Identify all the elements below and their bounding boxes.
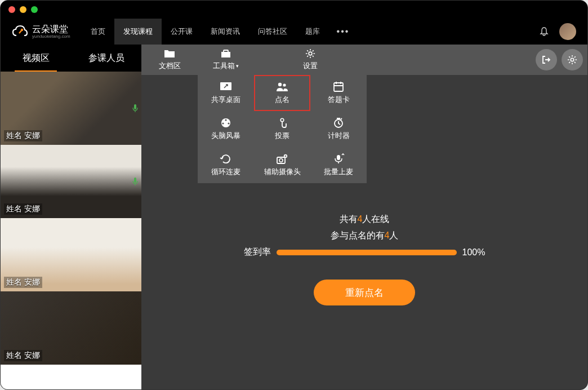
participated-count-text: 参与点名的有4人: [331, 230, 399, 242]
attendance-rate-row: 签到率 100%: [244, 246, 485, 258]
cycle-mic-item[interactable]: 循环连麦: [198, 147, 254, 183]
video-participant[interactable]: 姓名 安娜: [1, 145, 141, 218]
film-reel-icon: [219, 117, 233, 128]
svg-point-34: [280, 118, 284, 122]
content-toolbar: 文档区 工具箱▾ 设置: [141, 45, 587, 75]
svg-line-20: [574, 62, 576, 63]
svg-line-22: [574, 56, 576, 57]
video-participant[interactable]: 姓名 安娜: [1, 291, 141, 365]
svg-point-32: [222, 122, 224, 124]
rate-progress-bar: [277, 250, 457, 255]
logo[interactable]: 云朵课堂 yunduoketang.com: [12, 24, 70, 39]
svg-rect-26: [334, 83, 343, 91]
calendar-icon: [332, 81, 345, 92]
main-content: 文档区 工具箱▾ 设置: [141, 45, 587, 390]
participant-name: 姓名 安娜: [4, 130, 42, 141]
folder-icon: [163, 48, 176, 59]
rate-label: 签到率: [244, 246, 271, 258]
tab-video[interactable]: 视频区: [1, 45, 71, 72]
video-participant[interactable]: 姓名 安娜: [1, 72, 141, 145]
nav-home[interactable]: 首页: [82, 19, 114, 45]
svg-line-21: [569, 62, 570, 63]
svg-line-12: [307, 56, 308, 57]
nav-discover[interactable]: 发现课程: [114, 19, 162, 45]
app-window: 云朵课堂 yunduoketang.com 首页 发现课程 公开课 新闻资讯 问…: [0, 0, 588, 390]
svg-rect-39: [337, 155, 340, 160]
brainstorm-item[interactable]: 头脑风暴: [198, 111, 254, 147]
toolbox-icon: [220, 48, 232, 59]
svg-line-11: [313, 56, 314, 57]
svg-point-37: [279, 159, 283, 162]
svg-rect-36: [277, 157, 285, 163]
online-count-text: 共有4人在线: [340, 214, 390, 225]
nav-qa[interactable]: 问答社区: [249, 19, 296, 45]
nav-questions[interactable]: 题库: [296, 19, 329, 45]
participant-name: 姓名 安娜: [4, 277, 42, 288]
people-icon: [275, 81, 289, 92]
nav-more[interactable]: •••: [329, 26, 358, 37]
toolbox-dropdown: 共享桌面 点名 答题卡 头脑风暴 投票: [198, 75, 367, 183]
logo-text: 云朵课堂: [32, 25, 70, 34]
svg-rect-2: [134, 178, 136, 183]
screen-share-icon: [219, 81, 233, 92]
svg-point-24: [278, 83, 282, 86]
gear-icon: [304, 48, 317, 59]
share-desktop-item[interactable]: 共享桌面: [198, 75, 254, 111]
svg-point-25: [283, 83, 286, 86]
svg-point-14: [571, 58, 573, 61]
vote-item[interactable]: 投票: [254, 111, 310, 147]
svg-point-31: [225, 119, 226, 121]
maximize-window[interactable]: [31, 6, 38, 13]
hand-tap-icon: [275, 117, 289, 128]
cloud-logo-icon: [12, 24, 28, 39]
rate-value: 100%: [462, 247, 485, 258]
notification-bell-icon[interactable]: [539, 26, 549, 37]
logo-subtext: yunduoketang.com: [32, 34, 70, 39]
refresh-icon: [219, 153, 233, 165]
settings-button[interactable]: 设置: [282, 45, 338, 75]
chevron-down-icon: ▾: [236, 63, 239, 69]
user-avatar[interactable]: [559, 23, 576, 40]
re-rollcall-button[interactable]: 重新点名: [314, 280, 415, 305]
camera-plus-icon: [275, 153, 289, 165]
exit-icon: [541, 55, 551, 65]
mic-up-icon: [332, 153, 345, 165]
timer-item[interactable]: 计时器: [310, 111, 367, 147]
top-nav: 云朵课堂 yunduoketang.com 首页 发现课程 公开课 新闻资讯 问…: [1, 19, 587, 45]
close-window[interactable]: [8, 6, 15, 13]
docs-area-button[interactable]: 文档区: [141, 45, 198, 75]
settings-gear-button[interactable]: [562, 49, 583, 70]
toolbox-button[interactable]: 工具箱▾: [198, 45, 254, 75]
gear-icon: [567, 55, 577, 65]
video-participant[interactable]: 姓名 安娜: [1, 218, 141, 291]
participant-name: 姓名 安娜: [4, 203, 42, 215]
minimize-window[interactable]: [20, 6, 26, 13]
rollcall-item[interactable]: 点名: [254, 75, 310, 111]
participant-name: 姓名 安娜: [4, 350, 42, 361]
svg-line-19: [569, 56, 570, 57]
video-list: 姓名 安娜 姓名 安娜 姓名 安娜 姓名 安娜: [1, 72, 141, 390]
svg-line-13: [313, 50, 314, 51]
clock-icon: [332, 117, 345, 128]
svg-line-10: [307, 50, 308, 51]
mic-active-icon: [132, 104, 138, 113]
nav-news[interactable]: 新闻资讯: [202, 19, 249, 45]
nav-open-class[interactable]: 公开课: [162, 19, 202, 45]
answer-card-item[interactable]: 答题卡: [310, 75, 367, 111]
svg-rect-1: [134, 104, 136, 109]
aux-camera-item[interactable]: 辅助摄像头: [254, 147, 310, 183]
svg-point-5: [309, 52, 312, 55]
svg-point-33: [228, 122, 229, 124]
video-empty-slot: [1, 365, 141, 390]
titlebar: [1, 1, 587, 19]
video-sidebar: 视频区 参课人员 姓名 安娜 姓名 安娜 姓名 安娜: [1, 45, 141, 390]
svg-point-0: [21, 29, 23, 31]
exit-button[interactable]: [536, 49, 557, 70]
batch-mic-item[interactable]: 批量上麦: [310, 147, 367, 183]
mic-active-icon: [132, 177, 138, 186]
rollcall-panel: 共有4人在线 参与点名的有4人 签到率 100% 重新点名: [141, 214, 587, 305]
tab-participants[interactable]: 参课人员: [71, 45, 141, 72]
svg-rect-4: [224, 50, 228, 52]
